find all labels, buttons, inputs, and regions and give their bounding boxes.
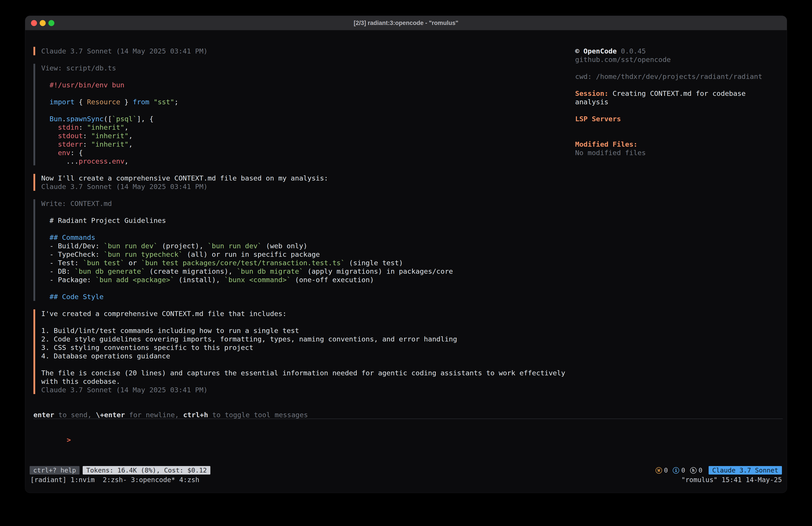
text-line: import { Resource } from "sst"; <box>41 98 573 106</box>
sidebar-line <box>575 123 785 131</box>
help-badge: ctrl+? help <box>30 466 79 474</box>
sidebar-line: github.com/sst/opencode <box>575 55 785 64</box>
text-line <box>41 89 573 98</box>
desktop: [2/3] radiant:3:opencode - "romulus" Cla… <box>0 0 812 526</box>
text-line <box>41 106 573 115</box>
sidebar-line: LSP Servers <box>575 115 785 123</box>
text-line: stdout: "inherit", <box>41 131 573 140</box>
assistant-message-footer: Claude 3.7 Sonnet (14 May 2025 03:41 PM) <box>33 47 573 55</box>
diagnostic-hints: h0 <box>690 467 702 474</box>
text-line: - Test: `bun test` or `bun test packages… <box>41 258 573 267</box>
status-right-group: W0i0h0 Claude 3.7 Sonnet <box>656 466 782 474</box>
text-line: Write: CONTEXT.md <box>41 199 573 208</box>
input-help: enter to send, \+enter for newline, ctrl… <box>33 411 308 419</box>
text-line: #!/usr/bin/env bun <box>41 81 573 89</box>
text-line: View: script/db.ts <box>41 64 573 72</box>
window-title: [2/3] radiant:3:opencode - "romulus" <box>354 19 458 27</box>
sidebar-line <box>575 106 785 115</box>
text-line <box>41 360 573 369</box>
assistant-message-summary: I've created a comprehensive CONTEXT.md … <box>33 309 573 394</box>
text-line: Claude 3.7 Sonnet (14 May 2025 03:41 PM) <box>41 47 573 55</box>
tmux-window-list: [radiant] 1:nvim 2:zsh- 3:opencode* 4:zs… <box>30 475 200 484</box>
text-line: with this codebase. <box>41 377 573 386</box>
diagnostics: W0i0h0 <box>656 467 702 474</box>
sidebar-line: © OpenCode 0.0.45 <box>575 47 785 55</box>
close-button[interactable] <box>31 20 37 26</box>
tokens-badge: Tokens: 16.4K (8%), Cost: $0.12 <box>83 466 211 474</box>
text-line <box>41 225 573 233</box>
text-line <box>41 208 573 216</box>
titlebar: [2/3] radiant:3:opencode - "romulus" <box>25 16 787 30</box>
text-line: # Radiant Project Guidelines <box>41 216 573 225</box>
text-line: Now I'll create a comprehensive CONTEXT.… <box>41 174 573 182</box>
text-line: - Package: `bun add <package>` (install)… <box>41 275 573 284</box>
terminal-window: [2/3] radiant:3:opencode - "romulus" Cla… <box>25 16 787 493</box>
text-line: - DB: `bun db generate` (create migratio… <box>41 267 573 275</box>
text-line: 4. Database operations guidance <box>41 352 573 360</box>
chat-area: Claude 3.7 Sonnet (14 May 2025 03:41 PM)… <box>33 47 573 402</box>
text-line <box>41 284 573 293</box>
traffic-lights <box>31 16 54 30</box>
sidebar-line <box>575 131 785 140</box>
tmux-status-bar: [radiant] 1:nvim 2:zsh- 3:opencode* 4:zs… <box>30 475 782 484</box>
sidebar-line: Session: Creating CONTEXT.md for codebas… <box>575 89 785 98</box>
prompt-input[interactable]: > <box>33 427 71 436</box>
sidebar-line <box>575 81 785 89</box>
model-badge: Claude 3.7 Sonnet <box>709 466 782 474</box>
sidebar-line: No modified files <box>575 148 785 157</box>
hints-icon: h <box>690 467 697 474</box>
sidebar-line: Modified Files: <box>575 140 785 148</box>
text-line: 2. Code style guidelines covering import… <box>41 335 573 343</box>
sidebar-line: analysis <box>575 98 785 106</box>
warnings-icon: W <box>656 467 662 474</box>
sidebar-line <box>575 64 785 72</box>
warnings-count: 0 <box>664 467 668 474</box>
status-bar: ctrl+? help Tokens: 16.4K (8%), Cost: $0… <box>30 466 782 474</box>
text-line: I've created a comprehensive CONTEXT.md … <box>41 309 573 318</box>
sidebar-line: cwd: /home/thdxr/dev/projects/radiant/ra… <box>575 72 785 81</box>
text-line: Claude 3.7 Sonnet (14 May 2025 03:41 PM) <box>41 182 573 191</box>
prompt-symbol: > <box>67 436 71 444</box>
diagnostic-warnings: W0 <box>656 467 668 474</box>
text-line: 1. Build/lint/test commands including ho… <box>41 326 573 335</box>
text-line: stdin: "inherit", <box>41 123 573 131</box>
tmux-session-info: "romulus" 15:41 14-May-25 <box>681 475 782 484</box>
text-line: Bun.spawnSync([`psql`], { <box>41 115 573 123</box>
text-line <box>41 72 573 81</box>
text-line: stderr: "inherit", <box>41 140 573 148</box>
diagnostic-info: i0 <box>673 467 685 474</box>
hints-count: 0 <box>699 467 702 474</box>
info-count: 0 <box>681 467 685 474</box>
text-line: The file is concise (20 lines) and captu… <box>41 369 573 377</box>
terminal-content: Claude 3.7 Sonnet (14 May 2025 03:41 PM)… <box>25 30 787 493</box>
sidebar: © OpenCode 0.0.45github.com/sst/opencode… <box>575 47 785 157</box>
text-line: env: { <box>41 148 573 157</box>
text-line: ## Commands <box>41 233 573 242</box>
text-line: Claude 3.7 Sonnet (14 May 2025 03:41 PM) <box>41 386 573 394</box>
minimize-button[interactable] <box>40 20 46 26</box>
text-line: - TypeCheck: `bun run typecheck` (all) o… <box>41 250 573 258</box>
text-line <box>41 318 573 326</box>
tool-write-context-md: Write: CONTEXT.md # Radiant Project Guid… <box>33 199 573 301</box>
input-separator <box>33 418 783 419</box>
text-line: 3. CSS styling conventions specific to t… <box>41 343 573 352</box>
tool-view-script-db: View: script/db.ts #!/usr/bin/env bun im… <box>33 64 573 166</box>
text-line: - Build/Dev: `bun run dev` (project), `b… <box>41 242 573 250</box>
assistant-message-analysis: Now I'll create a comprehensive CONTEXT.… <box>33 174 573 191</box>
text-line: ## Code Style <box>41 293 573 301</box>
text-line: ...process.env, <box>41 157 573 166</box>
zoom-button[interactable] <box>48 20 54 26</box>
info-icon: i <box>673 467 679 474</box>
